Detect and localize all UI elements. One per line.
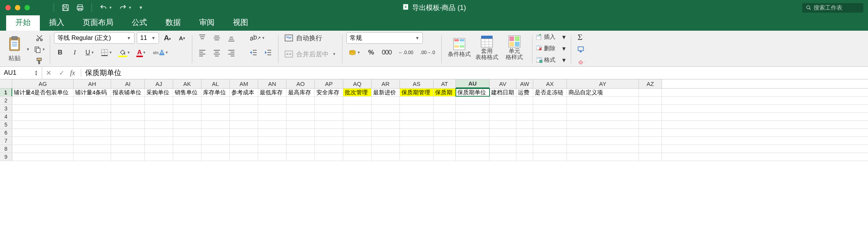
cell-AT5[interactable] — [434, 121, 456, 128]
increase-decimal-button[interactable]: ←.0.00 — [396, 47, 416, 58]
cell-AG9[interactable] — [12, 153, 74, 161]
cell-AN2[interactable] — [258, 97, 287, 104]
cell-AT1[interactable]: 保质期 — [434, 89, 456, 96]
cell-AH6[interactable] — [74, 129, 111, 137]
cell-AQ1[interactable]: 批次管理 — [343, 89, 372, 96]
cell-AX7[interactable] — [533, 137, 567, 145]
cell-AZ4[interactable] — [639, 113, 662, 120]
decrease-indent-button[interactable] — [247, 47, 260, 58]
cell-AV9[interactable] — [490, 153, 516, 161]
cell-AO8[interactable] — [287, 145, 315, 153]
paste-button[interactable]: 粘贴 — [4, 33, 25, 66]
decrease-decimal-button[interactable]: .00→.0 — [418, 47, 437, 58]
underline-button[interactable]: U▼ — [83, 47, 97, 58]
italic-button[interactable]: I — [69, 47, 81, 58]
percent-format-button[interactable]: % — [365, 47, 377, 58]
cut-button[interactable] — [33, 33, 46, 43]
cancel-edit-button[interactable]: ✕ — [42, 69, 55, 77]
cell-AQ2[interactable] — [343, 97, 372, 104]
cell-AT6[interactable] — [434, 129, 456, 137]
cell-AX1[interactable]: 是否走冻链 — [533, 89, 567, 96]
cell-AS2[interactable] — [400, 97, 434, 104]
cell-AR7[interactable] — [372, 137, 400, 145]
cell-AQ4[interactable] — [343, 113, 372, 120]
cell-AK6[interactable] — [173, 129, 201, 137]
cell-AR9[interactable] — [372, 153, 400, 161]
cell-AM6[interactable] — [230, 129, 258, 137]
cell-AU7[interactable] — [456, 137, 490, 145]
column-header-AU[interactable]: AU — [456, 79, 490, 88]
cell-AQ9[interactable] — [343, 153, 372, 161]
cell-AU3[interactable] — [456, 105, 490, 112]
cell-AS3[interactable] — [400, 105, 434, 112]
column-header-AY[interactable]: AY — [567, 79, 639, 88]
cell-AP7[interactable] — [315, 137, 343, 145]
column-header-AX[interactable]: AX — [533, 79, 567, 88]
cell-AJ5[interactable] — [145, 121, 173, 128]
cell-AP9[interactable] — [315, 153, 343, 161]
cell-AS5[interactable] — [400, 121, 434, 128]
cell-AJ8[interactable] — [145, 145, 173, 153]
cell-AQ7[interactable] — [343, 137, 372, 145]
cell-AN7[interactable] — [258, 137, 287, 145]
cell-AO2[interactable] — [287, 97, 315, 104]
cell-AH3[interactable] — [74, 105, 111, 112]
cell-AG6[interactable] — [12, 129, 74, 137]
cell-AW4[interactable] — [516, 113, 533, 120]
cell-AZ9[interactable] — [639, 153, 662, 161]
cell-AL4[interactable] — [201, 113, 230, 120]
cell-AI8[interactable] — [111, 145, 145, 153]
cell-AQ5[interactable] — [343, 121, 372, 128]
cell-AP6[interactable] — [315, 129, 343, 137]
cell-AW7[interactable] — [516, 137, 533, 145]
cell-AO6[interactable] — [287, 129, 315, 137]
column-header-AT[interactable]: AT — [434, 79, 456, 88]
column-header-AS[interactable]: AS — [400, 79, 434, 88]
row-header-2[interactable]: 2 — [0, 97, 12, 104]
cell-AM1[interactable]: 参考成本 — [230, 89, 258, 96]
cell-AY7[interactable] — [567, 137, 639, 145]
cell-AM2[interactable] — [230, 97, 258, 104]
cell-AU5[interactable] — [456, 121, 490, 128]
column-header-AH[interactable]: AH — [74, 79, 111, 88]
cell-AM8[interactable] — [230, 145, 258, 153]
cell-AN1[interactable]: 最低库存 — [258, 89, 287, 96]
cell-AO3[interactable] — [287, 105, 315, 112]
column-header-AZ[interactable]: AZ — [639, 79, 662, 88]
align-center-button[interactable] — [211, 47, 223, 58]
cell-AJ7[interactable] — [145, 137, 173, 145]
cell-AQ8[interactable] — [343, 145, 372, 153]
name-box[interactable]: AU1 ▲▼ — [0, 67, 42, 79]
wrap-text-button[interactable]: ab 自动换行 — [282, 32, 328, 44]
cell-AV1[interactable]: 建档日期 — [490, 89, 516, 96]
cell-AZ5[interactable] — [639, 121, 662, 128]
align-left-button[interactable] — [196, 47, 208, 58]
cell-AM5[interactable] — [230, 121, 258, 128]
confirm-edit-button[interactable]: ✓ — [55, 69, 68, 77]
cell-AJ4[interactable] — [145, 113, 173, 120]
cell-AI6[interactable] — [111, 129, 145, 137]
format-cells-button[interactable]: 格式 ▼ — [536, 55, 567, 64]
select-all-corner[interactable] — [0, 79, 12, 88]
cell-AR6[interactable] — [372, 129, 400, 137]
column-header-AW[interactable]: AW — [516, 79, 533, 88]
cell-AG8[interactable] — [12, 145, 74, 153]
tab-data[interactable]: 数据 — [156, 14, 190, 31]
row-header-3[interactable]: 3 — [0, 105, 12, 112]
cell-AX6[interactable] — [533, 129, 567, 137]
cell-AR8[interactable] — [372, 145, 400, 153]
row-header-5[interactable]: 5 — [0, 121, 12, 128]
cell-AO7[interactable] — [287, 137, 315, 145]
clear-button[interactable]: · — [575, 57, 588, 67]
cell-AH8[interactable] — [74, 145, 111, 153]
cell-AJ1[interactable]: 采购单位 — [145, 89, 173, 96]
cell-AP5[interactable] — [315, 121, 343, 128]
cell-AW8[interactable] — [516, 145, 533, 153]
cell-AN4[interactable] — [258, 113, 287, 120]
decrease-font-button[interactable]: A▾ — [176, 32, 188, 44]
cell-AS6[interactable] — [400, 129, 434, 137]
cell-AJ9[interactable] — [145, 153, 173, 161]
column-header-AM[interactable]: AM — [230, 79, 258, 88]
cell-AR3[interactable] — [372, 105, 400, 112]
cell-AT4[interactable] — [434, 113, 456, 120]
